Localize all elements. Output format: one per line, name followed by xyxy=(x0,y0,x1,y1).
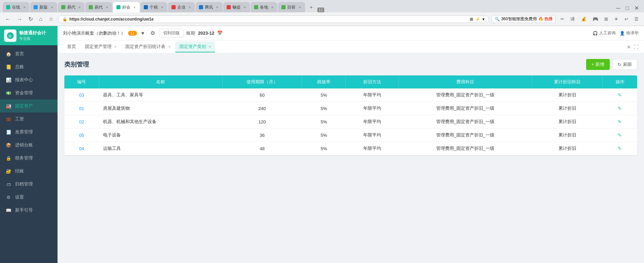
archive-icon: 🗃 xyxy=(5,181,12,187)
sidebar-label-4: 固定资产 xyxy=(15,103,33,109)
browser-tab-7[interactable]: 腾讯× xyxy=(195,2,222,12)
close-window-button[interactable]: ✕ xyxy=(633,4,641,12)
account-dropdown-button[interactable]: ▾ xyxy=(140,29,146,37)
sidebar-item-发票管理[interactable]: 🧾发票管理 xyxy=(0,125,58,139)
sidebar-item-归档管理[interactable]: 🗃归档管理 xyxy=(0,178,58,191)
page-tab-1[interactable]: 固定资产管理× xyxy=(81,41,121,52)
sidebar-nav: 🏠首页📒总账📊报表中心💵资金管理🏭固定资产💼工资🧾发票管理📦进销台账🔒税务管理🔐… xyxy=(0,45,58,263)
content-close-button[interactable]: ✕ xyxy=(627,44,631,50)
address-bar[interactable]: 🔒 https://cloud.chanjet.com/accounting/u… xyxy=(58,15,489,23)
settings-button[interactable]: ⚙ xyxy=(149,29,157,37)
edit-row-4-button[interactable]: ✎ xyxy=(618,146,622,151)
browser-chrome: 在线×新版×易代×易代×好会×个税×企业×腾讯×畅提×各地×目前× ＋ 11 ─… xyxy=(0,0,644,26)
page-tab-close-1[interactable]: × xyxy=(114,45,116,49)
cell-2-2: 120 xyxy=(223,115,302,129)
table-body: 03器具、工具、家具等605%年限平均管理费用_固定资产折旧_一级累计折旧✎01… xyxy=(64,88,637,155)
grid-icon[interactable]: ⊞ xyxy=(602,15,610,23)
sidebar-item-税务管理[interactable]: 🔒税务管理 xyxy=(0,152,58,165)
cell-4-6: 累计折旧 xyxy=(532,142,603,155)
sidebar-item-报表中心[interactable]: 📊报表中心 xyxy=(0,73,58,86)
reload-button[interactable]: ↻ xyxy=(27,15,35,23)
browser-tab-3[interactable]: 易代× xyxy=(85,2,112,12)
maximize-button[interactable]: □ xyxy=(624,4,631,12)
th-3: 残值率 xyxy=(302,75,346,88)
game-icon[interactable]: 🎮 xyxy=(591,15,600,23)
sidebar-item-资金管理[interactable]: 💵资金管理 xyxy=(0,86,58,99)
consult-label: 人工咨询 xyxy=(599,30,616,36)
browser-tab-1[interactable]: 新版× xyxy=(30,2,57,12)
sidebar-label-2: 报表中心 xyxy=(15,77,33,83)
browser-tab-10[interactable]: 目前× xyxy=(278,2,305,12)
tab-count: 11 xyxy=(317,8,324,12)
undo-icon[interactable]: ↩ xyxy=(622,15,630,23)
content-maximize-button[interactable]: ⛶ xyxy=(634,44,639,50)
browser-tab-2[interactable]: 易代× xyxy=(58,2,85,12)
consult-button[interactable]: 🎧 人工咨询 xyxy=(593,30,616,36)
settings-icon: ⚙ xyxy=(5,194,12,200)
content-window-controls: ✕⛶ xyxy=(627,44,639,50)
switch-version-button[interactable]: 切到旧版 xyxy=(160,29,184,37)
cell-0-5: 管理费用_固定资产折旧_一级 xyxy=(399,88,532,102)
sidebar-item-固定资产[interactable]: 🏭固定资产 xyxy=(0,99,58,112)
sidebar-item-总账[interactable]: 📒总账 xyxy=(0,60,58,73)
cell-1-5: 管理费用_固定资产折旧_一级 xyxy=(399,102,532,115)
sidebar-label-8: 税务管理 xyxy=(15,155,33,161)
sidebar-item-首页[interactable]: 🏠首页 xyxy=(0,47,58,60)
search-box[interactable]: 🔍 360智能抠图免费用 🔥 热搜 xyxy=(492,15,556,23)
sidebar-item-设置[interactable]: ⚙设置 xyxy=(0,191,58,204)
edit-row-3-button[interactable]: ✎ xyxy=(618,132,622,138)
home-button[interactable]: ⌂ xyxy=(37,15,44,23)
th-7: 操作 xyxy=(603,75,637,88)
sidebar-label-7: 进销台账 xyxy=(15,142,33,148)
user-menu-button[interactable]: 👤 徐泽华 xyxy=(620,30,639,36)
add-button[interactable]: + 新增 xyxy=(586,59,610,70)
new-tab-button[interactable]: ＋ xyxy=(306,2,317,12)
home-icon: 🏠 xyxy=(5,51,12,57)
page-tab-close-2[interactable]: × xyxy=(168,45,170,49)
forward-button[interactable]: → xyxy=(15,15,24,23)
menu-icon[interactable]: ☰ xyxy=(632,15,641,23)
browser-tab-5[interactable]: 个税× xyxy=(140,2,167,12)
fund-icon: 💵 xyxy=(5,90,12,96)
bookmark-button[interactable]: ☆ xyxy=(47,15,55,23)
browser-tab-9[interactable]: 各地× xyxy=(251,2,277,12)
back-button[interactable]: ← xyxy=(3,15,12,23)
sidebar-item-结账[interactable]: 🔐结账 xyxy=(0,165,58,178)
cell-0-6: 累计折旧 xyxy=(532,88,603,102)
translate-icon[interactable]: 译 xyxy=(568,15,577,23)
th-0: 编号 xyxy=(64,75,99,88)
cell-1-edit: ✎ xyxy=(603,102,637,115)
cell-2-5: 管理费用_固定资产折旧_一级 xyxy=(399,115,532,129)
sidebar-item-进销台账[interactable]: 📦进销台账 xyxy=(0,139,58,152)
theme-icon[interactable]: ☀ xyxy=(612,15,620,23)
edit-row-2-button[interactable]: ✎ xyxy=(618,119,622,124)
browser-tab-6[interactable]: 企业× xyxy=(168,2,195,12)
browser-tab-4[interactable]: 好会× xyxy=(113,2,140,12)
cell-0-3: 5% xyxy=(302,88,346,102)
refresh-button[interactable]: ↻ 刷新 xyxy=(613,59,637,70)
browser-tab-0[interactable]: 在线× xyxy=(3,2,29,12)
page-tab-0[interactable]: 首页 xyxy=(63,41,80,52)
sidebar-item-工资[interactable]: 💼工资 xyxy=(0,112,58,125)
cell-4-0: 04 xyxy=(64,142,99,155)
browser-tab-8[interactable]: 畅提× xyxy=(223,2,250,12)
page-tab-close-3[interactable]: × xyxy=(209,45,211,49)
dropdown-icon[interactable]: ▾ xyxy=(482,17,484,22)
page-tab-2[interactable]: 固定资产折旧统计表× xyxy=(121,41,174,52)
sidebar-item-新手引导[interactable]: 📖新手引导 xyxy=(0,204,58,217)
sidebar-label-0: 首页 xyxy=(15,51,24,57)
scissors-icon[interactable]: ✂ xyxy=(558,15,566,23)
minimize-button[interactable]: ─ xyxy=(615,4,622,12)
edit-row-0-button[interactable]: ✎ xyxy=(618,92,622,98)
topbar-left: 刘小艳演示账套（勿删勿动！） 11 ▾ ⚙ 切到旧版 账期 2023-12 📅 xyxy=(63,29,589,37)
period-label: 账期 xyxy=(186,30,195,36)
page-tab-3[interactable]: 固定资产类别× xyxy=(175,41,215,52)
cell-0-1: 器具、工具、家具等 xyxy=(99,88,222,102)
edit-row-1-button[interactable]: ✎ xyxy=(618,106,622,111)
guide-icon: 📖 xyxy=(5,207,12,213)
refresh-label: 刷新 xyxy=(623,61,632,68)
wallet-icon[interactable]: 💰 xyxy=(579,15,589,23)
tax-icon: 🔒 xyxy=(5,155,12,161)
cell-0-0: 03 xyxy=(64,88,99,102)
calendar-icon[interactable]: 📅 xyxy=(217,31,223,36)
